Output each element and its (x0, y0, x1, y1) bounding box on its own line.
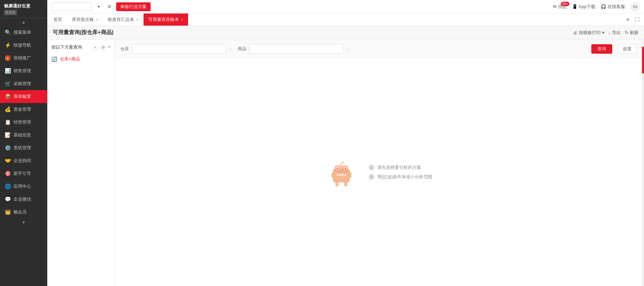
sidebar-item-member[interactable]: 👑 畅会员 (0, 206, 47, 218)
filter-collapse-btn[interactable]: « (108, 44, 110, 51)
filter-item-label: 仓库+商品 (60, 56, 80, 62)
content-area: 按以下方案查询 + ⚙ « 🔄 仓库+商品 仓库 ··· (47, 40, 644, 286)
user-avatar[interactable]: Rit (630, 2, 640, 11)
empty-state: 1 请先选择要分析的方案 2 用[过滤]条件来缩小分析范围 (115, 58, 642, 286)
svg-rect-6 (336, 174, 346, 176)
service-icon: 🎧 (601, 4, 606, 9)
sidebar-item-label: 资金管理 (14, 106, 31, 112)
sidebar-item-system[interactable]: ⚙️ 系统管理 (0, 141, 47, 154)
quicknav-icon: ⚡ (5, 42, 11, 48)
sidebar-item-label: 搜索菜单 (14, 29, 31, 35)
operation-icon: 📋 (5, 119, 11, 125)
trial-button[interactable]: 体验行业方案 (116, 2, 151, 11)
app-icon: 📱 (572, 4, 577, 9)
topbar-gear-btn[interactable]: ⚙ (105, 3, 113, 11)
sales-icon: 📊 (5, 68, 11, 74)
sidebar-item-label: 营销推广 (14, 55, 31, 61)
product-label: 商品 (238, 46, 247, 52)
tab-available-label: 可用量库存账本 (148, 17, 179, 23)
tab-inventory-summary[interactable]: 收发存汇总表 × (103, 14, 143, 26)
basic-icon: 📝 (5, 132, 11, 138)
tab-batch-label: 库存批次账 (72, 17, 94, 23)
sidebar-scroll-down[interactable]: ▼ (0, 218, 47, 226)
search-icon: 🔍 (5, 29, 11, 35)
sidebar-item-newguide[interactable]: 🎯 新手引导 (0, 167, 47, 180)
query-filters: 仓库 ··· 商品 ··· 查询 设置 (115, 40, 642, 58)
online-service-btn[interactable]: 🎧 在线客服 (601, 4, 625, 10)
right-scrollbar[interactable] (642, 40, 644, 286)
query-area: 仓库 ··· 商品 ··· 查询 设置 (115, 40, 642, 286)
filter-panel-title: 按以下方案查询 (51, 44, 82, 50)
tab-available-inventory[interactable]: 可用量库存账本 × (144, 14, 188, 26)
empty-illustration (325, 155, 358, 189)
tab-home-label: 首页 (53, 17, 62, 23)
tab-inventory-summary-close[interactable]: × (136, 18, 138, 22)
refresh-btn[interactable]: ↻ 刷新 (625, 30, 639, 36)
export-icon: ↓ (609, 30, 611, 35)
app-download-label: App下载 (579, 4, 595, 10)
filter-settings-btn[interactable]: ⚙ (100, 44, 107, 51)
sidebar-scroll-up[interactable]: ▲ (0, 18, 47, 26)
tab-batch-close[interactable]: × (96, 18, 98, 22)
print-dropdown-icon: ▾ (602, 30, 604, 35)
message-btn[interactable]: ✉ 消息 99+ (553, 4, 567, 10)
tab-home[interactable]: 首页 (49, 14, 67, 26)
topbar-search-input[interactable] (51, 2, 92, 11)
query-button[interactable]: 查询 (591, 44, 612, 54)
topbar-right: ✉ 消息 99+ 📱 App下载 🎧 在线客服 Rit (553, 2, 640, 11)
settings-button[interactable]: 设置 (618, 44, 637, 54)
marketing-icon: 🎁 (5, 55, 11, 61)
topbar-dropdown-btn[interactable]: ▾ (95, 3, 103, 11)
app-download-btn[interactable]: 📱 App下载 (572, 4, 595, 10)
print-btn[interactable]: 🖨 按模板打印 ▾ (573, 30, 604, 36)
product-input[interactable] (249, 44, 344, 54)
online-service-label: 在线客服 (608, 4, 625, 10)
sidebar-item-sales[interactable]: 📊 销售管理 (0, 64, 47, 77)
sidebar-item-operation[interactable]: 📋 经营管理 (0, 116, 47, 129)
sidebar-item-enterprise[interactable]: 🤝 企业协同 (0, 154, 47, 167)
svg-rect-9 (335, 182, 339, 186)
sidebar-item-label: 企业协同 (14, 158, 31, 164)
tab-maximize-btn[interactable]: ⛶ (633, 16, 641, 24)
page-header: 可用量查询(按仓库+商品) 🖨 按模板打印 ▾ ↓ 导出 ↻ 刷新 (47, 26, 644, 40)
warehouse-more-btn[interactable]: ··· (229, 47, 232, 51)
sidebar-item-finance[interactable]: 💰 资金管理 (0, 103, 47, 116)
scrollbar-thumb[interactable] (642, 47, 644, 74)
empty-tip-2: 2 用[过滤]条件来缩小分析范围 (368, 174, 432, 180)
sidebar-item-label: 新手引导 (14, 171, 31, 177)
page-title: 可用量查询(按仓库+商品) (53, 29, 113, 36)
enterprise-icon: 🤝 (5, 158, 11, 164)
tab-available-close[interactable]: × (181, 18, 183, 22)
sidebar-item-purchase[interactable]: 🛒 采购管理 (0, 77, 47, 90)
export-btn[interactable]: ↓ 导出 (609, 30, 621, 36)
sidebar-item-label: 库存核算 (14, 94, 31, 100)
system-icon: ⚙️ (5, 145, 11, 151)
svg-line-11 (340, 163, 343, 165)
sidebar-item-basic[interactable]: 📝 基础信息 (0, 129, 47, 141)
sidebar-item-search[interactable]: 🔍 搜索菜单 (0, 26, 47, 39)
sidebar-item-quicknav[interactable]: ⚡ 快捷导航 (0, 39, 47, 52)
filter-item-warehouse-product[interactable]: 🔄 仓库+商品 (47, 53, 114, 65)
tabs-right-controls: ✕ ⛶ (624, 16, 644, 24)
warehouse-filter-group: 仓库 ··· (120, 44, 232, 54)
warehouse-label: 仓库 (120, 46, 129, 52)
tab-batch[interactable]: 库存批次账 × (67, 14, 103, 26)
product-more-btn[interactable]: ··· (346, 47, 350, 51)
svg-point-12 (342, 161, 344, 163)
sidebar-item-label: 经营管理 (14, 119, 31, 125)
product-filter-group: 商品 ··· (238, 44, 350, 54)
svg-rect-8 (349, 172, 352, 178)
tip-text-2: 用[过滤]条件来缩小分析范围 (377, 174, 432, 180)
sidebar-item-marketing[interactable]: 🎁 营销推广 (0, 52, 47, 64)
sidebar-item-inventory[interactable]: 📦 库存核算 (0, 90, 47, 103)
warehouse-input[interactable] (132, 44, 226, 54)
tabs-bar: 首页 库存批次账 × 收发存汇总表 × 可用量库存账本 × ✕ ⛶ (47, 14, 644, 26)
refresh-label: 刷新 (630, 30, 639, 36)
page-header-actions: 🖨 按模板打印 ▾ ↓ 导出 ↻ 刷新 (573, 30, 639, 36)
filter-add-btn[interactable]: + (92, 44, 99, 51)
sidebar-item-appcenter[interactable]: 🌐 应用中心 (0, 180, 47, 193)
tab-close-all-btn[interactable]: ✕ (624, 16, 632, 24)
finance-icon: 💰 (5, 106, 11, 112)
svg-rect-7 (331, 172, 334, 178)
sidebar-item-wechat[interactable]: 💬 企业微信 (0, 193, 47, 206)
